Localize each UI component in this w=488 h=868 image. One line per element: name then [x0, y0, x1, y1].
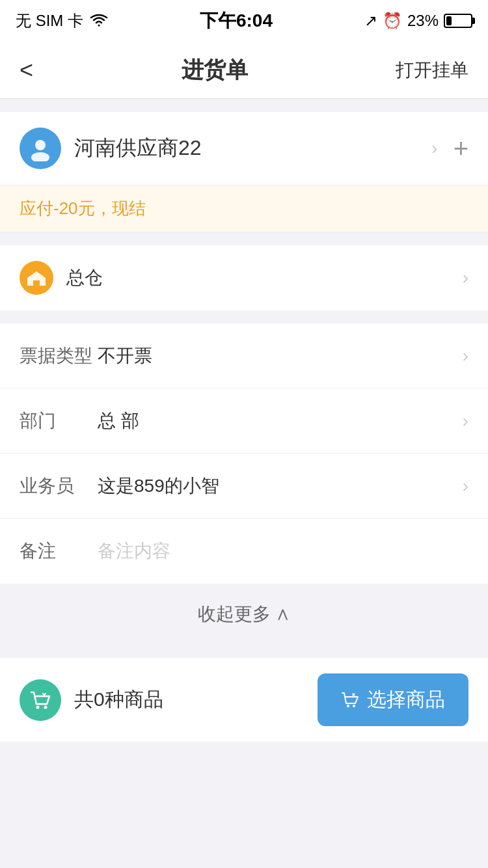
- supplier-name: 河南供应商22: [74, 134, 431, 163]
- department-chevron: ›: [463, 411, 468, 431]
- status-indicators: ↗ ⏰ 23%: [364, 12, 472, 30]
- note-value: 备注内容: [98, 539, 468, 563]
- battery-icon: [444, 14, 472, 28]
- select-product-label: 选择商品: [367, 686, 445, 713]
- svg-point-6: [353, 705, 355, 707]
- notice-bar: 应付-20元，现结: [0, 185, 488, 232]
- warehouse-chevron-icon: ›: [463, 267, 468, 288]
- invoice-type-value: 不开票: [98, 344, 463, 368]
- status-bar: 无 SIM 卡 下午6:04 ↗ ⏰ 23%: [0, 0, 488, 42]
- alarm-icon: ⏰: [383, 12, 402, 30]
- page-title: 进货单: [182, 55, 248, 85]
- open-pending-button[interactable]: 打开挂单: [396, 58, 468, 83]
- department-label: 部门: [20, 409, 98, 433]
- note-row[interactable]: 备注 备注内容: [0, 519, 488, 584]
- section-gap-2: [0, 232, 488, 245]
- collapse-text: 收起更多 ∧: [198, 604, 291, 624]
- salesperson-chevron: ›: [463, 476, 468, 496]
- svg-point-3: [36, 705, 40, 709]
- section-gap-3: [0, 310, 488, 323]
- battery-percent: 23%: [407, 12, 439, 30]
- collapse-button[interactable]: 收起更多 ∧: [0, 584, 488, 645]
- supplier-actions: › +: [431, 134, 468, 163]
- status-time: 下午6:04: [200, 8, 273, 33]
- supplier-section: 河南供应商22 › + 应付-20元，现结: [0, 112, 488, 232]
- warehouse-icon: [26, 269, 47, 287]
- nav-bar: < 进货单 打开挂单: [0, 42, 488, 99]
- form-fields-section: 票据类型 不开票 › 部门 总 部 › 业务员 这是859的小智 › 备注 备注…: [0, 323, 488, 584]
- location-icon: ↗: [364, 12, 377, 30]
- svg-point-5: [347, 705, 349, 707]
- wifi-icon: [90, 14, 108, 28]
- cart-icon-wrap: [20, 679, 61, 721]
- warehouse-section: 总仓 ›: [0, 245, 488, 310]
- cart-icon: [29, 690, 52, 711]
- salesperson-label: 业务员: [20, 474, 98, 498]
- svg-point-0: [35, 140, 46, 150]
- supplier-row[interactable]: 河南供应商22 › +: [0, 112, 488, 185]
- warehouse-row[interactable]: 总仓 ›: [0, 245, 488, 310]
- salesperson-row[interactable]: 业务员 这是859的小智 ›: [0, 454, 488, 519]
- section-gap-1: [0, 99, 488, 112]
- add-supplier-icon[interactable]: +: [454, 134, 468, 163]
- status-carrier: 无 SIM 卡: [16, 10, 108, 31]
- bottom-section: 共0种商品 选择商品: [0, 658, 488, 742]
- invoice-type-row[interactable]: 票据类型 不开票 ›: [0, 323, 488, 388]
- select-product-button[interactable]: 选择商品: [318, 673, 468, 726]
- department-value: 总 部: [98, 409, 463, 433]
- warehouse-name: 总仓: [66, 265, 463, 290]
- note-label: 备注: [20, 539, 98, 563]
- invoice-type-chevron: ›: [463, 346, 468, 366]
- product-count: 共0种商品: [74, 686, 318, 713]
- main-content: 河南供应商22 › + 应付-20元，现结 总仓 ›: [0, 99, 488, 768]
- invoice-type-label: 票据类型: [20, 344, 98, 368]
- notice-text: 应付-20元，现结: [20, 198, 146, 218]
- back-button[interactable]: <: [20, 57, 33, 84]
- department-row[interactable]: 部门 总 部 ›: [0, 388, 488, 454]
- svg-point-1: [31, 152, 49, 161]
- select-product-icon: [341, 692, 360, 709]
- user-icon: [27, 135, 53, 161]
- supplier-chevron-icon: ›: [431, 138, 437, 159]
- svg-rect-2: [33, 280, 40, 286]
- svg-point-4: [44, 705, 47, 709]
- warehouse-icon-wrap: [20, 261, 53, 295]
- supplier-avatar: [20, 128, 61, 169]
- salesperson-value: 这是859的小智: [98, 474, 463, 498]
